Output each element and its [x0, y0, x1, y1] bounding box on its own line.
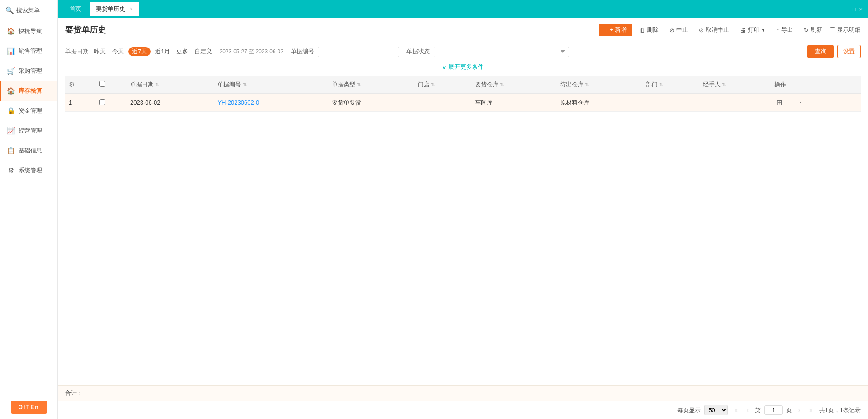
- stop-icon: ⊘: [670, 27, 675, 33]
- page-label: 第: [755, 406, 761, 414]
- tab-close-icon[interactable]: ×: [130, 6, 133, 12]
- prev-page-button[interactable]: ‹: [744, 406, 751, 414]
- export-label: 导出: [781, 26, 793, 34]
- last-page-button[interactable]: »: [807, 406, 815, 414]
- col-pending-warehouse[interactable]: 待出仓库: [557, 76, 642, 94]
- refresh-icon: ↻: [804, 27, 809, 33]
- sidebar-item-inventory[interactable]: 🏠 库存核算: [0, 81, 57, 101]
- cell-date: 2023-06-02: [127, 94, 214, 112]
- tab-active[interactable]: 要货单历史 ×: [90, 2, 139, 16]
- shortcut-custom[interactable]: 自定义: [193, 47, 214, 56]
- settings-button[interactable]: 设置: [837, 45, 861, 58]
- row-view-button[interactable]: ⊞: [774, 97, 784, 108]
- page-header: 要货单历史 + + 新增 🗑 删除 ⊘ 中止 ⊘ 取消中止: [58, 18, 868, 40]
- delete-icon: 🗑: [639, 27, 645, 33]
- row-operations: ⊞ ⋮⋮: [774, 97, 857, 108]
- date-range-display: 2023-05-27 至 2023-06-02: [219, 48, 283, 56]
- main-area: 首页 要货单历史 × — □ × 要货单历史 + + 新增 🗑 删除: [58, 0, 868, 419]
- new-icon: +: [604, 27, 608, 33]
- expand-more[interactable]: ∨ 展开更多条件: [65, 61, 861, 73]
- topbar-right: — □ ×: [843, 6, 863, 13]
- filter-buttons: 查询 设置: [807, 45, 861, 58]
- sidebar: 🔍 搜索菜单 🏠 快捷导航 📊 销售管理 🛒 采购管理 🏠 库存核算 🔒 资金管…: [0, 0, 58, 419]
- window-minimize-icon[interactable]: —: [843, 6, 849, 13]
- col-no[interactable]: 单据编号: [214, 76, 328, 94]
- table-area: ⚙ 单据日期 单据编号 单据类型 门店 要货仓库 待出仓库 部门 经手人 操: [58, 76, 868, 385]
- date-shortcuts: 昨天 今天 近7天 近1月 更多 自定义: [92, 47, 214, 56]
- sidebar-item-basic[interactable]: 📋 基础信息: [0, 141, 57, 161]
- sidebar-bottom: OfTEn: [0, 395, 57, 419]
- shortcut-more[interactable]: 更多: [175, 47, 190, 56]
- col-date[interactable]: 单据日期: [127, 76, 214, 94]
- date-filter-label: 单据日期: [65, 48, 89, 56]
- query-button[interactable]: 查询: [807, 45, 834, 58]
- tab-home[interactable]: 首页: [63, 2, 88, 16]
- data-table: ⚙ 单据日期 单据编号 单据类型 门店 要货仓库 待出仓库 部门 经手人 操: [65, 76, 861, 112]
- doc-no-link[interactable]: YH-20230602-0: [217, 99, 259, 106]
- window-close-icon[interactable]: ×: [859, 6, 863, 13]
- cell-dept: [642, 94, 700, 112]
- content: 要货单历史 + + 新增 🗑 删除 ⊘ 中止 ⊘ 取消中止: [58, 18, 868, 419]
- inventory-icon: 🏠: [7, 87, 15, 95]
- per-page-select[interactable]: 10 20 50 100: [704, 405, 728, 415]
- shortcut-yesterday[interactable]: 昨天: [92, 47, 108, 56]
- query-label: 查询: [815, 48, 826, 56]
- col-type[interactable]: 单据类型: [328, 76, 414, 94]
- stop-button[interactable]: ⊘ 中止: [666, 24, 692, 36]
- sidebar-item-label: 采购管理: [19, 67, 42, 75]
- col-handler[interactable]: 经手人: [699, 76, 770, 94]
- col-dept[interactable]: 部门: [642, 76, 700, 94]
- cell-pending-warehouse: 原材料仓库: [557, 94, 642, 112]
- sidebar-item-sales[interactable]: 📊 销售管理: [0, 41, 57, 61]
- next-page-button[interactable]: ›: [796, 406, 803, 414]
- display-detail-checkbox[interactable]: [830, 27, 835, 33]
- sidebar-item-shortcut[interactable]: 🏠 快捷导航: [0, 21, 57, 41]
- col-store[interactable]: 门店: [414, 76, 472, 94]
- page-input[interactable]: [764, 405, 783, 415]
- delete-button[interactable]: 🗑 删除: [636, 24, 662, 36]
- shortcut-7days[interactable]: 近7天: [128, 47, 151, 56]
- print-icon: 🖨: [740, 27, 746, 33]
- finance-icon: 🔒: [7, 107, 15, 115]
- refresh-button[interactable]: ↻ 刷新: [800, 24, 826, 36]
- first-page-button[interactable]: «: [731, 406, 740, 414]
- shortcut-today[interactable]: 今天: [110, 47, 126, 56]
- stop-label: 中止: [676, 26, 688, 34]
- sidebar-search-label: 搜索菜单: [16, 6, 40, 14]
- cancel-stop-button[interactable]: ⊘ 取消中止: [695, 24, 733, 36]
- chevron-down-icon: ∨: [442, 64, 447, 71]
- display-detail-toggle[interactable]: 显示明细: [830, 26, 861, 34]
- sidebar-item-system[interactable]: ⚙ 系统管理: [0, 161, 57, 181]
- sidebar-item-purchase[interactable]: 🛒 采购管理: [0, 61, 57, 81]
- new-button[interactable]: + + 新增: [599, 24, 632, 36]
- cell-store: [414, 94, 472, 112]
- basic-icon: 📋: [7, 147, 15, 155]
- page-title: 要货单历史: [65, 24, 106, 35]
- home-icon: 🏠: [7, 27, 15, 35]
- sidebar-search[interactable]: 🔍 搜索菜单: [0, 0, 57, 21]
- sidebar-item-finance[interactable]: 🔒 资金管理: [0, 101, 57, 121]
- sidebar-item-operations[interactable]: 📈 经营管理: [0, 121, 57, 141]
- column-settings-icon[interactable]: ⚙: [69, 81, 75, 88]
- col-settings[interactable]: ⚙: [65, 76, 96, 94]
- col-ops: 操作: [771, 76, 861, 94]
- col-req-warehouse[interactable]: 要货仓库: [472, 76, 557, 94]
- row-checkbox[interactable]: [99, 99, 105, 105]
- operations-icon: 📈: [7, 127, 15, 135]
- shortcut-1month[interactable]: 近1月: [153, 47, 172, 56]
- row-more-button[interactable]: ⋮⋮: [788, 97, 806, 108]
- filter-area: 单据日期 昨天 今天 近7天 近1月 更多 自定义 2023-05-27 至 2…: [58, 40, 868, 76]
- cancel-stop-label: 取消中止: [706, 26, 729, 34]
- settings-label: 设置: [843, 48, 855, 56]
- window-maximize-icon[interactable]: □: [852, 6, 856, 13]
- select-all-checkbox[interactable]: [99, 81, 105, 87]
- print-button[interactable]: 🖨 打印 ▼: [736, 24, 769, 36]
- docno-input[interactable]: [318, 47, 399, 57]
- export-button[interactable]: ↑ 导出: [773, 24, 797, 36]
- docno-filter-group: 单据编号: [291, 47, 399, 57]
- display-detail-label: 显示明细: [837, 26, 861, 34]
- cell-type: 要货单要货: [328, 94, 414, 112]
- filter-row-1: 单据日期 昨天 今天 近7天 近1月 更多 自定义 2023-05-27 至 2…: [65, 45, 861, 58]
- docstatus-select[interactable]: [434, 47, 569, 57]
- topbar: 首页 要货单历史 × — □ ×: [58, 0, 868, 18]
